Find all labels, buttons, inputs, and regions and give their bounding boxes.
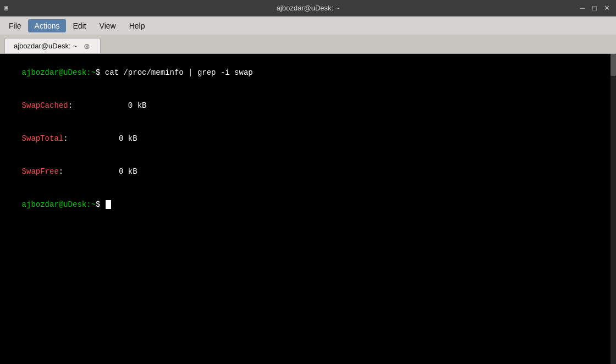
- command-line: ajbozdar@uDesk:~$ cat /proc/meminfo | gr…: [3, 56, 613, 89]
- output-line-2: SwapTotal: 0 kB: [3, 122, 613, 155]
- swap-label-3: SwapFree: [22, 167, 59, 176]
- prompt-path: :~: [86, 68, 96, 77]
- new-prompt-line: ajbozdar@uDesk:~$: [3, 188, 613, 221]
- title-bar: ▣ ajbozdar@uDesk: ~ ─ □ ✕: [0, 0, 616, 16]
- title-bar-controls: ─ □ ✕: [578, 3, 612, 13]
- output-line-3: SwapFree: 0 kB: [3, 155, 613, 188]
- swap-label-2: SwapTotal: [22, 134, 64, 143]
- prompt2-user: ajbozdar@uDesk: [22, 200, 87, 209]
- scrollbar-thumb[interactable]: [610, 54, 616, 76]
- menu-view[interactable]: View: [93, 19, 123, 32]
- terminal-area[interactable]: ajbozdar@uDesk:~$ cat /proc/meminfo | gr…: [0, 54, 616, 364]
- tab-bar: ajbozdar@uDesk: ~ ⊗: [0, 35, 616, 54]
- scrollbar[interactable]: [610, 54, 616, 364]
- title-bar-left: ▣: [4, 4, 8, 12]
- output-line-1: SwapCached: 0 kB: [3, 89, 613, 122]
- menu-file[interactable]: File: [2, 19, 28, 32]
- terminal-tab[interactable]: ajbozdar@uDesk: ~ ⊗: [4, 38, 101, 53]
- minimize-button[interactable]: ─: [578, 3, 587, 13]
- swap-rest-3: : 0 kB: [59, 167, 138, 176]
- tab-close-button[interactable]: ⊗: [82, 42, 91, 51]
- close-button[interactable]: ✕: [602, 3, 612, 13]
- menu-edit[interactable]: Edit: [66, 19, 92, 32]
- prompt2-space: [100, 200, 105, 209]
- prompt2-path: :~: [86, 200, 96, 209]
- menu-actions[interactable]: Actions: [28, 19, 67, 32]
- prompt-user: ajbozdar@uDesk: [22, 68, 87, 77]
- title-bar-title: ajbozdar@uDesk: ~: [277, 4, 340, 12]
- app-icon: ▣: [4, 4, 8, 12]
- menu-bar: File Actions Edit View Help: [0, 16, 616, 35]
- swap-rest-1: : 0 kB: [68, 101, 147, 110]
- swap-rest-2: : 0 kB: [63, 134, 137, 143]
- tab-label: ajbozdar@uDesk: ~: [14, 42, 77, 50]
- command-text: cat /proc/meminfo | grep -i swap: [100, 68, 252, 77]
- terminal-cursor: [106, 200, 111, 209]
- swap-label-1: SwapCached: [22, 101, 68, 110]
- menu-help[interactable]: Help: [123, 19, 152, 32]
- maximize-button[interactable]: □: [590, 3, 600, 13]
